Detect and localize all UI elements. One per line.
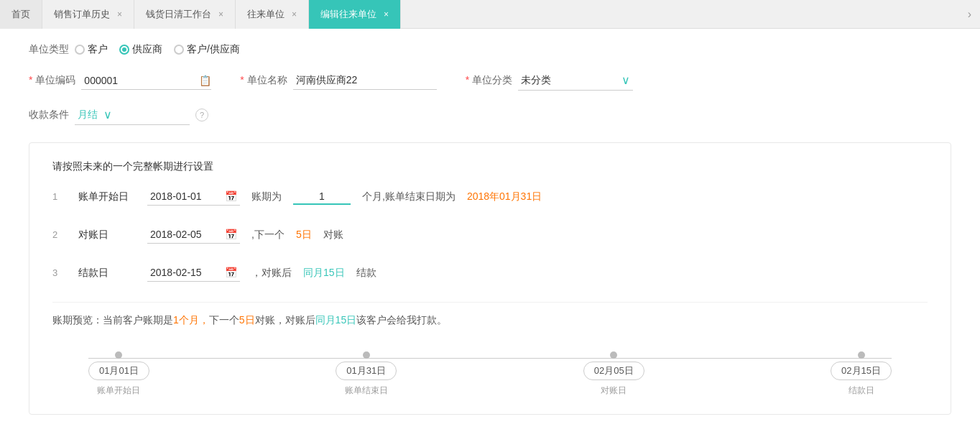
start-date-input-wrap: 📅 <box>147 188 240 206</box>
reconcile-date-input-wrap: 📅 <box>147 226 240 244</box>
row1-highlight-date: 2018年01月31日 <box>467 190 542 203</box>
unit-category-value: 未分类 <box>521 74 616 87</box>
timeline-container: 01月01日 账单开始日 01月31日 账单结束日 02月05日 对账日 <box>52 344 928 397</box>
timeline-node-2: 01月31日 账单结束日 <box>336 351 397 397</box>
timeline-pill-2: 01月31日 <box>336 362 397 380</box>
row-num-3: 3 <box>52 267 67 278</box>
payment-condition-value: 月结 <box>78 109 98 121</box>
preview-highlight3: 同月15日 <box>315 314 357 326</box>
row2-highlight: 5日 <box>296 229 312 242</box>
unit-category-label: 单位分类 <box>466 74 512 87</box>
tab-edit-partner-close[interactable]: × <box>384 9 389 19</box>
unit-code-input[interactable] <box>81 72 196 89</box>
radio-supplier-circle <box>119 45 129 55</box>
tab-sales-history-label: 销售订单历史 <box>54 8 110 21</box>
radio-both[interactable]: 客户/供应商 <box>174 43 240 56</box>
radio-supplier[interactable]: 供应商 <box>119 43 162 56</box>
timeline-label-2: 账单结束日 <box>345 385 388 397</box>
timeline-dot-3 <box>610 351 617 359</box>
help-icon[interactable]: ? <box>195 109 208 121</box>
settings-card-title: 请按照未来的一个完整帐期进行设置 <box>52 160 928 173</box>
timeline-node-4: 02月15日 结款日 <box>831 351 892 397</box>
timeline-dot-2 <box>363 351 370 359</box>
row3-highlight: 同月15日 <box>303 267 345 280</box>
radio-customer-label: 客户 <box>88 43 108 56</box>
preview-section: 账期预览：当前客户账期是1个月，下一个5日对账，对账后同月15日该客户会给我打款… <box>52 302 928 397</box>
calendar-icon-1[interactable]: 📅 <box>225 190 237 202</box>
row-num-1: 1 <box>52 191 67 202</box>
settings-card: 请按照未来的一个完整帐期进行设置 1 账单开始日 📅 账期为 个月,账单结束日期… <box>29 142 951 415</box>
row3-prefix: ，对账后 <box>251 267 292 280</box>
radio-customer[interactable]: 客户 <box>75 43 108 56</box>
preview-text1: 下一个 <box>209 314 239 326</box>
unit-name-input[interactable] <box>293 72 437 90</box>
page-content: 单位类型 客户 供应商 客户/供应商 单位编码 <box>0 29 980 437</box>
tab-partner-label: 往来单位 <box>247 8 285 21</box>
period-input[interactable] <box>293 189 351 205</box>
tab-cashier-label: 钱货日清工作台 <box>146 8 211 21</box>
calendar-icon-3[interactable]: 📅 <box>225 267 237 278</box>
unit-type-label: 单位类型 <box>29 43 69 56</box>
timeline-pill-1: 01月01日 <box>88 362 149 380</box>
timeline-label-1: 账单开始日 <box>97 385 140 397</box>
payment-condition-row: 收款条件 月结 ∨ ? <box>29 105 951 125</box>
unit-type-field: 单位类型 客户 供应商 客户/供应商 <box>29 43 240 56</box>
reconcile-date-input[interactable] <box>150 229 222 240</box>
tab-cashier-close[interactable]: × <box>218 9 223 19</box>
tab-edit-partner-label: 编辑往来单位 <box>320 8 376 21</box>
row2-suffix2: 对账 <box>323 229 343 242</box>
row1-suffix2: 个月,账单结束日期为 <box>362 190 456 203</box>
row-label-1: 账单开始日 <box>78 190 136 203</box>
payment-chevron-icon: ∨ <box>103 108 112 121</box>
tab-partner-close[interactable]: × <box>292 9 297 19</box>
calendar-icon-2[interactable]: 📅 <box>225 229 237 240</box>
row-label-3: 结款日 <box>78 267 136 280</box>
radio-supplier-label: 供应商 <box>132 43 162 56</box>
settle-date-input-wrap: 📅 <box>147 264 240 282</box>
unit-category-select[interactable]: 未分类 ∨ <box>518 70 633 91</box>
row2-prefix: ,下一个 <box>251 229 285 242</box>
timeline-dot-4 <box>858 351 865 359</box>
row1-suffix1: 账期为 <box>251 190 282 203</box>
unit-category-field: 单位分类 未分类 ∨ <box>466 70 633 91</box>
settings-row-2: 2 对账日 📅 ,下一个 5日 对账 <box>52 226 928 244</box>
tab-edit-partner[interactable]: 编辑往来单位 × <box>309 0 401 29</box>
preview-highlight1: 1个月， <box>173 314 209 326</box>
settings-row-1: 1 账单开始日 📅 账期为 个月,账单结束日期为 2018年01月31日 <box>52 188 928 206</box>
tab-bar: 首页 销售订单历史 × 钱货日清工作台 × 往来单位 × 编辑往来单位 × › <box>0 0 980 29</box>
preview-text2: 对账，对账后 <box>255 314 315 326</box>
timeline-node-1: 01月01日 账单开始日 <box>88 351 149 397</box>
settings-row-3: 3 结款日 📅 ，对账后 同月15日 结款 <box>52 264 928 282</box>
settle-date-input[interactable] <box>150 267 222 278</box>
preview-prefix: 账期预览：当前客户账期是 <box>52 314 173 326</box>
row-num-2: 2 <box>52 229 67 240</box>
timeline-dot-1 <box>115 351 122 359</box>
unit-name-label: 单位名称 <box>240 74 287 87</box>
tab-sales-history[interactable]: 销售订单历史 × <box>42 0 134 29</box>
timeline-nodes: 01月01日 账单开始日 01月31日 账单结束日 02月05日 对账日 <box>88 351 892 397</box>
unit-code-input-wrap: 📋 <box>81 72 211 90</box>
unit-details-row: 单位编码 📋 单位名称 单位分类 未分类 ∨ <box>29 70 951 91</box>
payment-condition-select[interactable]: 月结 ∨ <box>75 105 190 125</box>
tab-partner[interactable]: 往来单位 × <box>236 0 309 29</box>
row-label-2: 对账日 <box>78 229 136 242</box>
unit-code-label: 单位编码 <box>29 74 75 87</box>
tab-cashier[interactable]: 钱货日清工作台 × <box>134 0 236 29</box>
row3-suffix: 结款 <box>356 267 376 280</box>
tab-sales-history-close[interactable]: × <box>117 9 122 19</box>
start-date-input[interactable] <box>150 190 222 202</box>
chevron-down-icon: ∨ <box>621 73 630 87</box>
unit-code-field: 单位编码 📋 <box>29 72 211 90</box>
tab-more-button[interactable]: › <box>959 0 980 29</box>
timeline-pill-4: 02月15日 <box>831 362 892 380</box>
preview-suffix: 该客户会给我打款。 <box>356 314 447 326</box>
preview-highlight2: 5日 <box>239 314 255 326</box>
radio-both-label: 客户/供应商 <box>187 43 240 56</box>
copy-icon[interactable]: 📋 <box>199 75 211 86</box>
unit-name-field: 单位名称 <box>240 72 436 90</box>
radio-both-circle <box>174 45 184 55</box>
radio-customer-circle <box>75 45 85 55</box>
tab-home[interactable]: 首页 <box>0 0 42 29</box>
tab-home-label: 首页 <box>11 8 30 21</box>
timeline-label-4: 结款日 <box>849 385 874 397</box>
